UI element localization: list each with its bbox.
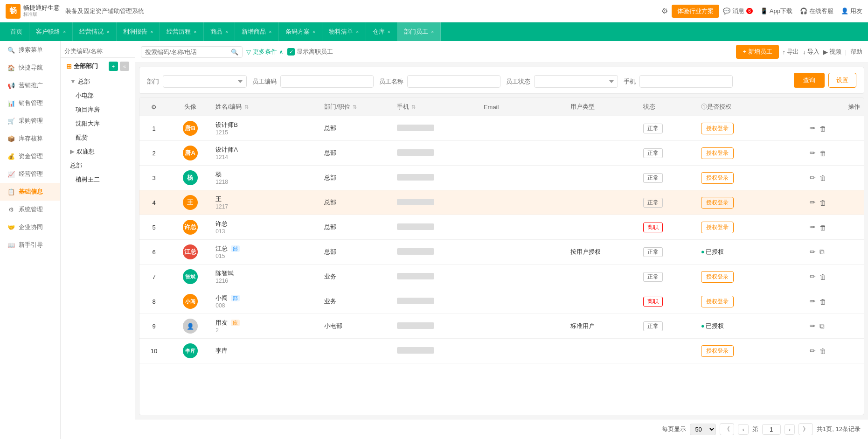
user-button[interactable]: 👤 用友 [841, 7, 862, 15]
sidebar-item-inventory[interactable]: 📦 库存核算 [0, 130, 60, 147]
next-page-button[interactable]: › [785, 424, 795, 435]
close-icon[interactable]: × [269, 29, 271, 35]
tab-goods[interactable]: 商品 × [204, 22, 235, 41]
delete-button[interactable]: 🗑 [819, 223, 826, 231]
dept-tree-item-peihuo[interactable]: 配货 [61, 131, 135, 145]
close-icon[interactable]: × [388, 29, 390, 35]
close-icon[interactable]: × [431, 29, 434, 35]
delete-button[interactable]: 🗑 [819, 272, 826, 281]
dept-search-input[interactable] [64, 48, 135, 55]
edit-button[interactable]: ✏ [810, 198, 816, 207]
edit-button[interactable]: ✏ [810, 223, 816, 231]
prev-page-button[interactable]: ‹ [738, 424, 748, 435]
delete-button[interactable]: 🗑 [819, 297, 826, 306]
video-button[interactable]: ▶ 视频 [823, 48, 841, 56]
query-button[interactable]: 查询 [794, 73, 825, 88]
settings-button[interactable]: ⚙ [661, 7, 668, 15]
delete-button[interactable]: 🗑 [819, 124, 826, 132]
tab-barcode[interactable]: 条码方案 × [279, 22, 322, 41]
dept-tree-item-shuanglu[interactable]: ▶双鹿想 [61, 145, 135, 159]
app-download-button[interactable]: 📱 App下载 [760, 7, 792, 15]
sidebar-item-nav[interactable]: 🏠 快捷导航 [0, 59, 60, 77]
close-icon[interactable]: × [63, 29, 66, 35]
edit-button[interactable]: ✏ [810, 347, 816, 355]
auth-button[interactable]: 授权登录 [701, 197, 734, 209]
tab-home[interactable]: 首页 [4, 22, 29, 41]
auth-button[interactable]: 授权登录 [701, 296, 734, 307]
tab-history[interactable]: 经营历程 × [160, 22, 203, 41]
dept-tree-item-shenyang[interactable]: 沈阳大库 [61, 117, 135, 131]
th-dept[interactable]: 部门/职位 ⇅ [320, 98, 393, 116]
table-settings-icon[interactable]: ⚙ [151, 104, 157, 111]
dept-tree-item-zongbu[interactable]: ▼总部 [61, 75, 135, 89]
sidebar-item-basic[interactable]: 📋 基础信息 [0, 183, 60, 201]
tab-profit[interactable]: 利润报告 × [117, 22, 160, 41]
dept-tree-item-zongbu2[interactable]: 总部 [61, 159, 135, 173]
auth-button[interactable]: 授权登录 [701, 271, 734, 283]
delete-button[interactable]: 🗑 [819, 347, 826, 355]
search-input[interactable] [145, 49, 229, 56]
dept-tree-item-xiaodian[interactable]: 小电部 [61, 89, 135, 103]
tab-bom[interactable]: 物料清单 × [322, 22, 366, 41]
edit-button[interactable]: ✏ [810, 174, 816, 182]
auth-button[interactable]: 授权登录 [701, 345, 734, 357]
auth-button[interactable]: 授权登录 [701, 147, 734, 159]
edit-button[interactable]: ✏ [810, 322, 816, 330]
sidebar-item-marketing[interactable]: 📢 营销推广 [0, 77, 60, 94]
delete-button[interactable]: 🗑 [819, 174, 826, 182]
sidebar-item-business[interactable]: 📈 经营管理 [0, 165, 60, 183]
phone-filter-input[interactable] [639, 75, 733, 88]
collapse-dept-button[interactable]: « [120, 62, 129, 71]
edit-button[interactable]: ✏ [810, 149, 816, 157]
more-conditions-button[interactable]: ▽ 更多条件 ∧ [246, 48, 284, 56]
emp-code-filter-input[interactable] [280, 75, 374, 88]
page-size-select[interactable]: 50 100 [690, 424, 716, 435]
edit-button[interactable]: ✏ [810, 272, 816, 281]
auth-button[interactable]: 授权登录 [701, 222, 734, 233]
sidebar-item-purchase[interactable]: 🛒 采购管理 [0, 112, 60, 130]
emp-name-filter-input[interactable] [407, 75, 500, 88]
dept-tree-item-xiangmu[interactable]: 项目库房 [61, 103, 135, 117]
sidebar-item-system[interactable]: ⚙ 系统管理 [0, 201, 60, 218]
delete-button[interactable]: 🗑 [819, 149, 826, 157]
trial-button[interactable]: 体验行业方案 [672, 5, 719, 18]
message-button[interactable]: 💬 消息 6 [723, 7, 753, 15]
sidebar-item-sales[interactable]: 📊 销售管理 [0, 94, 60, 112]
th-name[interactable]: 姓名/编码 ⇅ [212, 98, 320, 116]
close-icon[interactable]: × [356, 29, 359, 35]
tab-operation[interactable]: 经营情况 × [73, 22, 116, 41]
page-input[interactable] [762, 424, 781, 435]
add-dept-button[interactable]: + [109, 62, 118, 71]
sidebar-item-finance[interactable]: 💰 资金管理 [0, 147, 60, 165]
copy-button[interactable]: ⧉ [819, 322, 825, 330]
tab-customer[interactable]: 客户联络 × [29, 22, 73, 41]
export-button[interactable]: ↑ 导出 [783, 48, 799, 56]
edit-button[interactable]: ✏ [810, 248, 816, 256]
auth-button[interactable]: 授权登录 [701, 123, 734, 134]
close-icon[interactable]: × [225, 29, 228, 35]
sidebar-item-collab[interactable]: 🤝 企业协同 [0, 218, 60, 236]
auth-button[interactable]: 授权登录 [701, 172, 734, 184]
last-page-button[interactable]: 》 [799, 423, 813, 435]
help-button[interactable]: 帮助 [850, 48, 862, 56]
sidebar-item-search[interactable]: 🔍 搜索菜单 [0, 41, 60, 59]
emp-status-filter-select[interactable] [534, 75, 618, 88]
tab-add-goods[interactable]: 新增商品 × [235, 22, 278, 41]
dept-tree-item-zhishu[interactable]: 植树王二 [61, 173, 135, 187]
copy-button[interactable]: ⧉ [819, 248, 825, 256]
delete-button[interactable]: 🗑 [819, 198, 826, 207]
online-service-button[interactable]: 🎧 在线客服 [800, 7, 833, 15]
close-icon[interactable]: × [150, 29, 153, 35]
close-icon[interactable]: × [106, 29, 109, 35]
edit-button[interactable]: ✏ [810, 297, 816, 306]
dept-filter-select[interactable] [163, 75, 247, 88]
add-employee-button[interactable]: + 新增员工 [736, 45, 778, 59]
sidebar-item-guide[interactable]: 📖 新手引导 [0, 236, 60, 254]
close-icon[interactable]: × [312, 29, 315, 35]
edit-button[interactable]: ✏ [810, 124, 816, 132]
th-phone[interactable]: 手机 ⇅ [393, 98, 480, 116]
show-resigned-toggle[interactable]: ✓ 显示离职员工 [287, 48, 333, 56]
tab-warehouse[interactable]: 仓库 × [366, 22, 397, 41]
set-button[interactable]: 设置 [828, 73, 856, 88]
first-page-button[interactable]: 《 [720, 423, 734, 435]
